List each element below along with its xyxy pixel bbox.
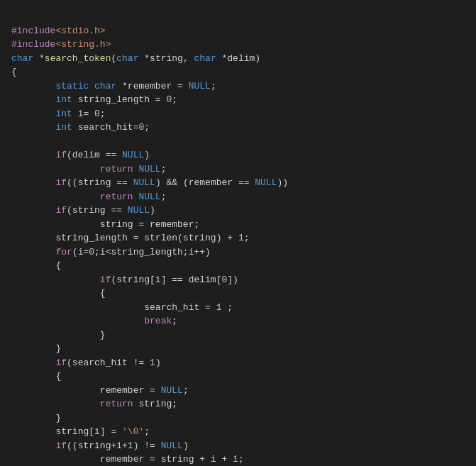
code-token: char: [11, 53, 33, 64]
code-token: ;: [244, 233, 250, 243]
code-token: char: [94, 81, 116, 91]
code-token: string;: [133, 399, 177, 409]
code-token: 1: [238, 233, 244, 243]
code-token: NULL: [255, 177, 277, 188]
code-line: }: [11, 342, 465, 356]
code-token: if: [100, 274, 111, 285]
code-token: NULL: [128, 205, 150, 216]
code-line: return string;: [11, 397, 465, 411]
code-token: [11, 164, 100, 174]
code-token: ((string+i+: [67, 440, 128, 451]
code-line: char *search_token(char *string, char *d…: [11, 52, 465, 66]
code-token: NULL: [122, 150, 144, 160]
code-token: ;i<string_length;i++): [94, 247, 211, 257]
code-line: string[i] = '\0';: [11, 425, 465, 439]
code-token: ;: [221, 302, 233, 313]
code-token: for: [55, 247, 72, 257]
code-line: int search_hit=0;: [11, 121, 465, 135]
code-token: (delim ==: [67, 150, 122, 160]
code-line: {: [11, 259, 465, 273]
code-token: [11, 177, 55, 188]
code-token: NULL: [189, 81, 211, 91]
code-token: remember = string + i +: [100, 454, 233, 465]
code-line: remember = string + i + 1;: [11, 453, 465, 466]
code-token: 1: [150, 357, 155, 368]
code-token: 0: [94, 109, 100, 119]
code-token: string_length =: [72, 94, 167, 105]
code-token: static: [55, 81, 89, 91]
code-token: 0: [89, 247, 94, 257]
code-token: ;: [172, 94, 177, 105]
code-token: {: [11, 288, 106, 299]
code-line: {: [11, 370, 465, 384]
code-line: remember = NULL;: [11, 384, 465, 398]
code-token: (i=: [72, 247, 89, 257]
code-line: }: [11, 328, 465, 343]
code-token: ;: [144, 426, 150, 437]
code-token: <stdio.h>: [55, 26, 105, 36]
code-token: return: [100, 192, 133, 202]
code-token: (search_hit !=: [67, 357, 150, 368]
code-token: NULL: [161, 385, 183, 396]
code-token: *remember =: [116, 81, 188, 91]
code-token: {: [11, 67, 17, 77]
code-line: break;: [11, 314, 465, 328]
code-token: ;: [100, 109, 106, 119]
code-token: <string.h>: [55, 39, 111, 50]
code-token: string[i] =: [55, 426, 122, 437]
code-token: }: [11, 330, 106, 340]
code-token: {: [11, 371, 61, 382]
code-line: #include<string.h>: [11, 38, 465, 52]
code-token: [11, 302, 144, 313]
code-token: }: [11, 343, 61, 354]
code-token: ;: [161, 192, 167, 202]
code-line: return NULL;: [11, 190, 465, 204]
code-token: search_hit=: [72, 122, 139, 133]
code-token: #include: [11, 39, 55, 50]
code-token: *delim): [216, 53, 260, 64]
code-line: int string_length = 0;: [11, 93, 465, 107]
code-token: string_length = strlen(string) +: [55, 233, 238, 243]
code-token: i=: [72, 109, 94, 119]
code-token: 1: [233, 454, 238, 465]
code-token: NULL: [161, 440, 183, 451]
code-token: [11, 94, 55, 105]
code-token: [11, 233, 55, 243]
code-token: '\0': [122, 426, 144, 437]
code-token: if: [55, 357, 67, 368]
code-token: [11, 122, 55, 133]
code-token: remember =: [100, 385, 161, 396]
code-token: *: [33, 53, 45, 64]
code-token: int: [55, 94, 72, 105]
code-token: [11, 219, 100, 230]
code-token: NULL: [138, 192, 160, 202]
code-token: (string ==: [67, 205, 128, 216]
code-token: search_token: [45, 53, 111, 64]
code-token: [11, 385, 100, 396]
code-token: [11, 316, 144, 326]
code-token: return: [100, 164, 133, 174]
code-token: #include: [11, 26, 55, 36]
code-token: [11, 247, 55, 257]
code-token: ;: [172, 316, 177, 326]
code-token: int: [55, 122, 72, 133]
code-token: [11, 454, 100, 465]
code-token: if: [55, 205, 67, 216]
code-token: [11, 109, 55, 119]
code-token: [11, 440, 55, 451]
code-token: ;: [238, 454, 244, 465]
code-line: {: [11, 287, 465, 301]
code-line: int i= 0;: [11, 107, 465, 121]
code-token: [11, 274, 100, 285]
code-token: ) && (remember ==: [155, 177, 255, 188]
code-token: search_hit =: [144, 302, 216, 313]
code-token: ;: [161, 164, 167, 174]
code-block: #include<stdio.h>#include<string.h>char …: [0, 7, 476, 466]
code-token: if: [55, 177, 67, 188]
code-token: NULL: [133, 177, 155, 188]
code-token: [89, 81, 94, 91]
code-token: [11, 426, 55, 437]
code-line: if(delim == NULL): [11, 148, 465, 162]
code-line: static char *remember = NULL;: [11, 79, 465, 94]
code-line: {: [11, 65, 465, 79]
